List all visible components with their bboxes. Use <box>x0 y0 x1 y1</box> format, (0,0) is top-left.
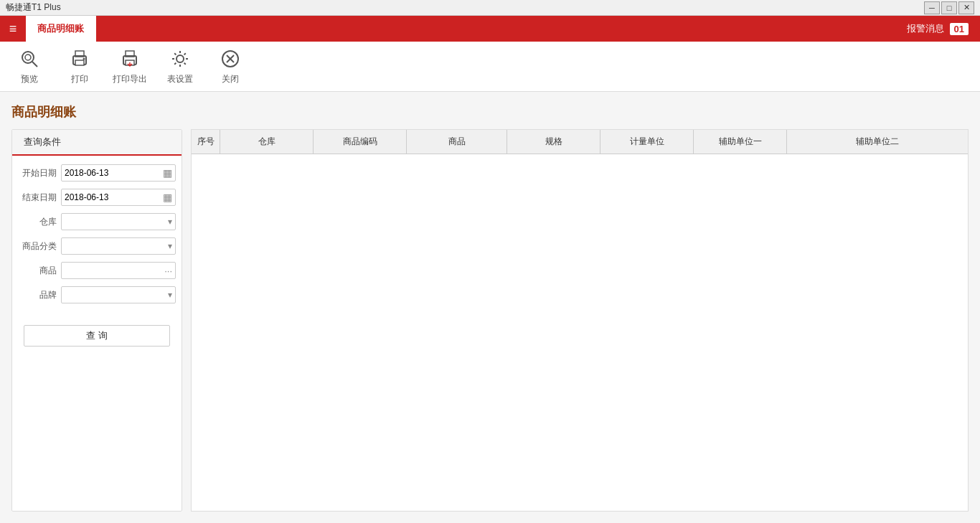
table-settings-icon <box>169 47 192 70</box>
print-export-icon <box>118 47 141 70</box>
warehouse-dropdown-icon: ▾ <box>168 217 172 227</box>
product-dots-icon[interactable]: ··· <box>164 265 172 276</box>
alert-count: 01 <box>950 23 969 35</box>
col-header-warehouse: 仓库 <box>220 130 314 154</box>
end-date-label: 结束日期 <box>18 192 61 204</box>
page-content: 商品明细账 查询条件 开始日期 ▦ 结束日期 <box>0 92 980 523</box>
query-form: 开始日期 ▦ 结束日期 ▦ 仓库 <box>12 156 182 319</box>
maximize-button[interactable]: □ <box>941 1 957 14</box>
menu-button[interactable]: ≡ <box>0 16 26 42</box>
preview-label: 预览 <box>21 73 38 85</box>
end-date-row: 结束日期 ▦ <box>18 189 176 206</box>
preview-button[interactable]: 预览 <box>11 47 47 85</box>
svg-point-0 <box>22 52 34 63</box>
print-button[interactable]: 打印 <box>62 47 98 85</box>
category-row: 商品分类 ▾ <box>18 237 176 255</box>
end-date-calendar-icon[interactable]: ▦ <box>163 192 172 203</box>
col-header-unit: 计量单位 <box>600 130 694 154</box>
svg-point-2 <box>25 55 31 60</box>
start-date-input[interactable]: ▦ <box>61 164 176 182</box>
start-date-calendar-icon[interactable]: ▦ <box>163 167 172 179</box>
title-bar: 畅捷通T1 Plus ─ □ ✕ <box>0 0 980 16</box>
alert-area: 报警消息 01 <box>907 22 980 35</box>
start-date-label: 开始日期 <box>18 167 61 179</box>
window-controls[interactable]: ─ □ ✕ <box>924 1 974 14</box>
nav-bar: ≡ 商品明细账 报警消息 01 <box>0 16 980 42</box>
svg-point-11 <box>176 55 184 62</box>
col-header-product: 商品 <box>407 130 507 154</box>
end-date-input[interactable]: ▦ <box>61 189 176 206</box>
warehouse-row: 仓库 ▾ <box>18 213 176 230</box>
print-export-button[interactable]: 打印导出 <box>112 47 148 85</box>
table-body <box>192 154 968 511</box>
warehouse-select[interactable]: ▾ <box>61 213 176 230</box>
table-area: 序号 仓库 商品编码 商品 规格 计量单位 辅助单位一 辅助单位二 <box>191 129 969 512</box>
query-button[interactable]: 查 询 <box>24 325 170 347</box>
category-select[interactable]: ▾ <box>61 237 176 255</box>
col-header-product-code: 商品编码 <box>314 130 407 154</box>
col-header-spec: 规格 <box>507 130 600 154</box>
print-label: 打印 <box>71 73 88 85</box>
query-conditions-tab[interactable]: 查询条件 <box>12 130 182 156</box>
query-panel: 查询条件 开始日期 ▦ 结束日期 ▦ <box>11 129 182 512</box>
close-label: 关闭 <box>222 73 239 85</box>
svg-rect-5 <box>75 60 84 65</box>
warehouse-label: 仓库 <box>18 216 61 228</box>
main-layout: 查询条件 开始日期 ▦ 结束日期 ▦ <box>11 129 969 512</box>
svg-point-6 <box>83 58 85 60</box>
brand-select[interactable]: ▾ <box>61 286 176 303</box>
brand-row: 品牌 ▾ <box>18 286 176 303</box>
app-title: 畅捷通T1 Plus <box>6 1 61 14</box>
col-header-seq: 序号 <box>192 130 220 154</box>
product-label: 商品 <box>18 265 61 277</box>
print-icon <box>68 47 91 70</box>
table-header: 序号 仓库 商品编码 商品 规格 计量单位 辅助单位一 辅助单位二 <box>192 130 968 154</box>
print-export-label: 打印导出 <box>113 73 147 85</box>
close-window-button[interactable]: ✕ <box>958 1 974 14</box>
brand-dropdown-icon: ▾ <box>168 290 172 300</box>
col-header-aux2: 辅助单位二 <box>787 130 968 154</box>
nav-tab-product-ledger[interactable]: 商品明细账 <box>26 16 96 42</box>
page-title: 商品明细账 <box>11 103 969 121</box>
table-settings-button[interactable]: 表设置 <box>162 47 198 85</box>
start-date-field[interactable] <box>65 168 158 178</box>
end-date-field[interactable] <box>65 192 158 202</box>
product-row: 商品 ··· <box>18 262 176 279</box>
close-button[interactable]: 关闭 <box>212 47 248 85</box>
col-header-aux1: 辅助单位一 <box>694 130 787 154</box>
category-label: 商品分类 <box>18 240 61 253</box>
alert-label: 报警消息 <box>907 22 944 35</box>
preview-icon <box>18 47 41 70</box>
svg-line-1 <box>32 62 37 67</box>
start-date-row: 开始日期 ▦ <box>18 164 176 182</box>
toolbar: 预览 打印 打印导出 <box>0 42 980 92</box>
minimize-button[interactable]: ─ <box>924 1 940 14</box>
close-icon <box>219 47 242 70</box>
product-input[interactable]: ··· <box>61 262 176 279</box>
brand-label: 品牌 <box>18 289 61 301</box>
query-button-wrap: 查 询 <box>12 319 182 347</box>
category-dropdown-icon: ▾ <box>168 241 172 251</box>
table-settings-label: 表设置 <box>167 73 193 85</box>
